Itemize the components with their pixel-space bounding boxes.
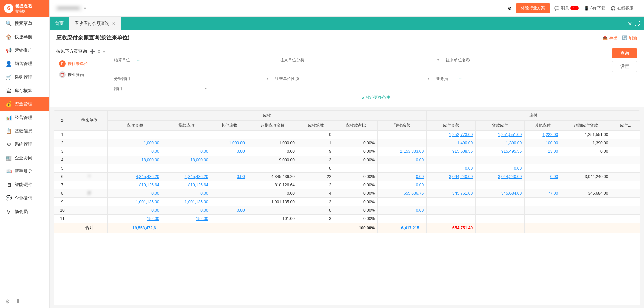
app-download[interactable]: 📱 App下载 (584, 5, 605, 11)
sidebar-item-member[interactable]: V畅会员 (0, 205, 49, 218)
cell-link[interactable]: 915,508.56 (427, 147, 476, 156)
cell-link[interactable]: 18,000.00 (107, 156, 162, 164)
cell-link[interactable]: 152.00 (107, 215, 162, 223)
collapse-button[interactable]: ∧ 收起更多条件 (114, 92, 637, 103)
footer-advance[interactable]: 6,417,215.... (378, 223, 427, 233)
sidebar-item-finance[interactable]: 💰资金管理 (0, 97, 49, 111)
cell-link[interactable]: 0.00 (378, 206, 427, 215)
sidebar-item-smart[interactable]: 🖥智能硬件 (0, 178, 49, 191)
filter-option-by-unit[interactable]: P 按往来单位 (56, 58, 106, 69)
tab-close-icon[interactable]: ✕ (112, 21, 115, 26)
cell-link[interactable]: 1,252,773.00 (427, 131, 476, 139)
tab-ar-ap[interactable]: 应收应付余额查询 ✕ (69, 17, 121, 30)
breadcrumb-arrow-icon[interactable]: ▾ (84, 6, 86, 11)
cell-link[interactable]: 4,345,436.20 (162, 173, 211, 181)
filter-row-3: 部门 ▾ (114, 85, 637, 92)
cell-link[interactable]: 0.00 (107, 206, 162, 215)
cell-link[interactable]: 1,001,135.00 (107, 198, 162, 206)
export-button[interactable]: 📤 导出 (602, 35, 618, 41)
settings-button[interactable]: 设置 (612, 61, 637, 72)
sidebar-item-wechat[interactable]: 💬企业微信 (0, 191, 49, 205)
sidebar-item-system[interactable]: ⚙系统管理 (0, 138, 49, 151)
cell-link[interactable]: 810,126.64 (107, 181, 162, 189)
cell-link[interactable]: 0.00 (162, 189, 211, 198)
cell-link[interactable]: 345,684.00 (476, 189, 525, 198)
message-icon[interactable]: 💬 消息 99+ (554, 5, 579, 11)
promo-button[interactable]: 体验行业方案 (516, 3, 550, 13)
topbar-settings-icon[interactable]: ⚙ (508, 6, 512, 11)
cell-link[interactable]: 1,490.00 (427, 139, 476, 147)
page-header: 应收应付余额查询(按往来单位) 📤 导出 🔄 刷新 (50, 30, 644, 44)
cell-link[interactable]: 4,345,436.20 (107, 173, 162, 181)
footer-ap-amount: -654,751.40 (427, 223, 476, 233)
cell-link[interactable]: 655,636.75 (378, 189, 427, 198)
window-close-icon[interactable]: ✕ (628, 20, 632, 27)
sidebar-item-marketing[interactable]: 📢营销推广 (0, 44, 49, 57)
salesperson-dots-icon[interactable]: ··· (459, 76, 462, 81)
sidebar-item-warehouse[interactable]: 🏛库存核算 (0, 84, 49, 97)
online-service[interactable]: 🎧 在线客服 (611, 5, 633, 11)
window-maximize-icon[interactable]: ⛶ (635, 20, 640, 27)
cell-link[interactable]: 3,044,240.00 (427, 173, 476, 181)
filter-option-by-staff[interactable]: ⏰ 按业务员 (56, 69, 106, 80)
cell-link[interactable]: 18,000.00 (162, 156, 211, 164)
cell-link[interactable]: 0.00 (162, 206, 211, 215)
sidebar-item-purchase[interactable]: 🛒采购管理 (0, 71, 49, 84)
sidebar-settings-icon[interactable]: ⚙ (5, 298, 10, 305)
dept-manage-select[interactable]: ▾ (137, 75, 270, 82)
cell-link[interactable]: 0.00 (211, 147, 248, 156)
query-button[interactable]: 查询 (612, 48, 637, 58)
collapse-scheme-icon[interactable]: « (103, 49, 105, 54)
table-row: 6 ^ 4,345,436.20 4,345,436.20 0.00 4,345… (54, 173, 640, 181)
dept-select[interactable]: ▾ (137, 85, 208, 92)
sidebar-item-enterprise[interactable]: 🏢企业协同 (0, 151, 49, 165)
cell-link[interactable]: 0.00 (107, 147, 162, 156)
refresh-button[interactable]: 🔄 刷新 (622, 35, 637, 41)
cell-link[interactable]: 3,044,240.00 (476, 173, 525, 181)
cell-link[interactable]: 13.00 (525, 147, 561, 156)
cell-link[interactable]: 810,126.64 (162, 181, 211, 189)
sidebar-item-nav[interactable]: 🏠快捷导航 (0, 30, 49, 44)
cell-link[interactable]: 0.00 (378, 173, 427, 181)
cell-link[interactable]: 1,390.00 (476, 139, 525, 147)
cell-link[interactable]: 0.00 (378, 156, 427, 164)
unit-nature-select[interactable]: ▾ (302, 75, 431, 82)
sidebar-finance-icon: 💰 (5, 101, 12, 107)
unit-name-input[interactable] (473, 56, 606, 64)
sidebar-item-search[interactable]: 🔍搜索菜单 (0, 17, 49, 30)
sidebar-item-operation[interactable]: 📊经营管理 (0, 111, 49, 124)
cell-link[interactable]: 1,251,551.00 (476, 131, 525, 139)
cell-num: 0.00 (248, 147, 298, 156)
table-settings-icon[interactable]: ⚙ (60, 118, 64, 123)
cell-link[interactable]: 915,495.56 (476, 147, 525, 156)
cell-link[interactable]: 0.00 (378, 181, 427, 189)
cell-link[interactable]: 0.00 (525, 173, 561, 181)
cell-link[interactable]: 0.00 (162, 147, 211, 156)
sidebar-item-sales[interactable]: 👤销售管理 (0, 57, 49, 71)
cell-link[interactable]: 0.00 (211, 173, 248, 181)
cell-link[interactable]: 0.00 (427, 164, 476, 173)
footer-ar-amount[interactable]: 19,553,472,6... (107, 223, 162, 233)
cell-link[interactable]: 345,761.00 (427, 189, 476, 198)
cell-link[interactable]: 1,000.00 (107, 139, 162, 147)
settlement-dots-icon[interactable]: ··· (137, 58, 140, 62)
cell-link[interactable]: 1,000.00 (211, 139, 248, 147)
tab-home[interactable]: 首页 (50, 17, 69, 30)
sidebar-collapse-icon[interactable]: ⏸ (15, 298, 21, 305)
cell-link[interactable]: 1,001,135.00 (162, 198, 211, 206)
cell-link[interactable]: 0.00 (476, 164, 525, 173)
cell-link[interactable]: 2,153,333.00 (378, 147, 427, 156)
cell-link[interactable]: 0.00 (107, 189, 162, 198)
table-row: 2 1,000.00 1,000.00 1,000.00 1 0.00% 1,4… (54, 139, 640, 147)
sidebar-item-base[interactable]: 📋基础信息 (0, 124, 49, 138)
cell-link[interactable]: 1,222.00 (525, 131, 561, 139)
add-scheme-icon[interactable]: ➕ (90, 49, 95, 54)
unit-category-select[interactable]: ▾ (307, 57, 441, 63)
cell-link[interactable]: 100.00 (525, 139, 561, 147)
table-row: 3 0.00 0.00 0.00 0.00 9 0.00% 2,153,333.… (54, 147, 640, 156)
cell-link[interactable]: 152.00 (162, 215, 211, 223)
edit-scheme-icon[interactable]: ⚙ (97, 49, 101, 54)
cell-link[interactable]: 0.00 (211, 206, 248, 215)
cell-link[interactable]: 77.00 (525, 189, 561, 198)
sidebar-item-guide[interactable]: 📖新手引导 (0, 165, 49, 178)
